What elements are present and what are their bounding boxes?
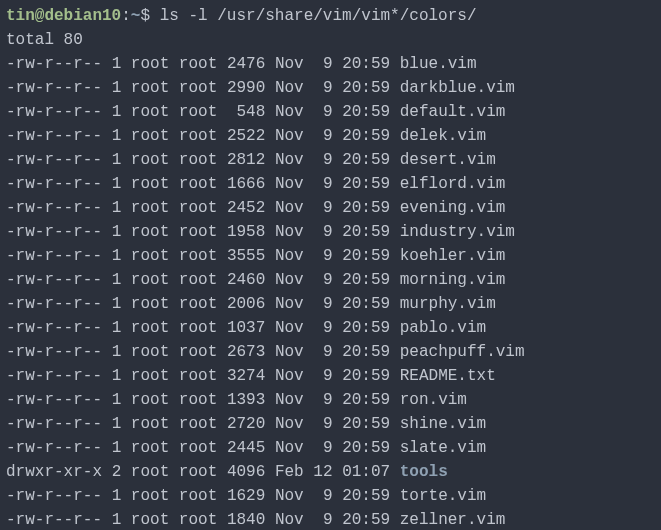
file-name: README.txt — [400, 367, 496, 385]
file-owner: root — [131, 463, 169, 481]
file-time: 20:59 — [342, 79, 390, 97]
file-name: darkblue.vim — [400, 79, 515, 97]
file-day: 9 — [313, 223, 332, 241]
file-name: pablo.vim — [400, 319, 486, 337]
file-time: 20:59 — [342, 175, 390, 193]
file-links: 1 — [112, 151, 122, 169]
file-month: Nov — [275, 247, 304, 265]
file-name: morning.vim — [400, 271, 506, 289]
file-group: root — [179, 103, 217, 121]
file-time: 01:07 — [342, 463, 390, 481]
file-links: 1 — [112, 247, 122, 265]
file-day: 9 — [313, 55, 332, 73]
file-perms: -rw-r--r-- — [6, 127, 102, 145]
file-time: 20:59 — [342, 223, 390, 241]
file-month: Nov — [275, 127, 304, 145]
file-owner: root — [131, 343, 169, 361]
command-text: ls -l /usr/share/vim/vim*/colors/ — [160, 7, 477, 25]
file-line: drwxr-xr-x 2 root root 4096 Feb 12 01:07… — [6, 460, 655, 484]
file-perms: -rw-r--r-- — [6, 511, 102, 529]
file-links: 1 — [112, 223, 122, 241]
file-group: root — [179, 223, 217, 241]
file-line: -rw-r--r-- 1 root root 1393 Nov 9 20:59 … — [6, 388, 655, 412]
file-name: ron.vim — [400, 391, 467, 409]
file-group: root — [179, 319, 217, 337]
file-month: Feb — [275, 463, 304, 481]
file-links: 1 — [112, 175, 122, 193]
file-line: -rw-r--r-- 1 root root 2522 Nov 9 20:59 … — [6, 124, 655, 148]
file-owner: root — [131, 319, 169, 337]
file-line: -rw-r--r-- 1 root root 1840 Nov 9 20:59 … — [6, 508, 655, 530]
file-time: 20:59 — [342, 151, 390, 169]
file-owner: root — [131, 79, 169, 97]
file-line: -rw-r--r-- 1 root root 2476 Nov 9 20:59 … — [6, 52, 655, 76]
file-month: Nov — [275, 511, 304, 529]
file-size: 2720 — [227, 415, 265, 433]
file-owner: root — [131, 247, 169, 265]
file-owner: root — [131, 151, 169, 169]
file-size: 4096 — [227, 463, 265, 481]
file-name: delek.vim — [400, 127, 486, 145]
file-month: Nov — [275, 199, 304, 217]
file-group: root — [179, 367, 217, 385]
file-group: root — [179, 463, 217, 481]
file-time: 20:59 — [342, 319, 390, 337]
file-group: root — [179, 271, 217, 289]
file-line: -rw-r--r-- 1 root root 2460 Nov 9 20:59 … — [6, 268, 655, 292]
file-owner: root — [131, 223, 169, 241]
file-links: 1 — [112, 199, 122, 217]
file-group: root — [179, 343, 217, 361]
file-time: 20:59 — [342, 487, 390, 505]
prompt-dollar: $ — [140, 7, 159, 25]
file-group: root — [179, 55, 217, 73]
file-day: 9 — [313, 511, 332, 529]
file-links: 1 — [112, 439, 122, 457]
file-line: -rw-r--r-- 1 root root 2445 Nov 9 20:59 … — [6, 436, 655, 460]
file-links: 1 — [112, 295, 122, 313]
file-group: root — [179, 151, 217, 169]
file-name: blue.vim — [400, 55, 477, 73]
file-perms: -rw-r--r-- — [6, 247, 102, 265]
file-size: 2476 — [227, 55, 265, 73]
file-perms: -rw-r--r-- — [6, 223, 102, 241]
file-owner: root — [131, 55, 169, 73]
file-owner: root — [131, 439, 169, 457]
file-perms: -rw-r--r-- — [6, 55, 102, 73]
file-day: 9 — [313, 199, 332, 217]
file-size: 3555 — [227, 247, 265, 265]
file-day: 9 — [313, 439, 332, 457]
file-owner: root — [131, 511, 169, 529]
file-month: Nov — [275, 295, 304, 313]
file-day: 9 — [313, 79, 332, 97]
file-line: -rw-r--r-- 1 root root 2673 Nov 9 20:59 … — [6, 340, 655, 364]
file-month: Nov — [275, 439, 304, 457]
file-day: 9 — [313, 343, 332, 361]
file-line: -rw-r--r-- 1 root root 1629 Nov 9 20:59 … — [6, 484, 655, 508]
file-links: 2 — [112, 463, 122, 481]
file-name: desert.vim — [400, 151, 496, 169]
prompt-colon: : — [121, 7, 131, 25]
file-group: root — [179, 487, 217, 505]
file-size: 1958 — [227, 223, 265, 241]
file-links: 1 — [112, 127, 122, 145]
file-day: 9 — [313, 487, 332, 505]
file-owner: root — [131, 175, 169, 193]
file-name: murphy.vim — [400, 295, 496, 313]
file-name: industry.vim — [400, 223, 515, 241]
file-time: 20:59 — [342, 439, 390, 457]
file-perms: -rw-r--r-- — [6, 367, 102, 385]
file-line: -rw-r--r-- 1 root root 3274 Nov 9 20:59 … — [6, 364, 655, 388]
file-day: 9 — [313, 103, 332, 121]
file-name: shine.vim — [400, 415, 486, 433]
file-size: 2006 — [227, 295, 265, 313]
file-perms: -rw-r--r-- — [6, 103, 102, 121]
file-time: 20:59 — [342, 199, 390, 217]
file-month: Nov — [275, 79, 304, 97]
file-perms: -rw-r--r-- — [6, 199, 102, 217]
file-line: -rw-r--r-- 1 root root 2812 Nov 9 20:59 … — [6, 148, 655, 172]
file-month: Nov — [275, 175, 304, 193]
file-time: 20:59 — [342, 511, 390, 529]
prompt-line[interactable]: tin@debian10:~$ ls -l /usr/share/vim/vim… — [6, 4, 655, 28]
file-group: root — [179, 391, 217, 409]
file-name: slate.vim — [400, 439, 486, 457]
